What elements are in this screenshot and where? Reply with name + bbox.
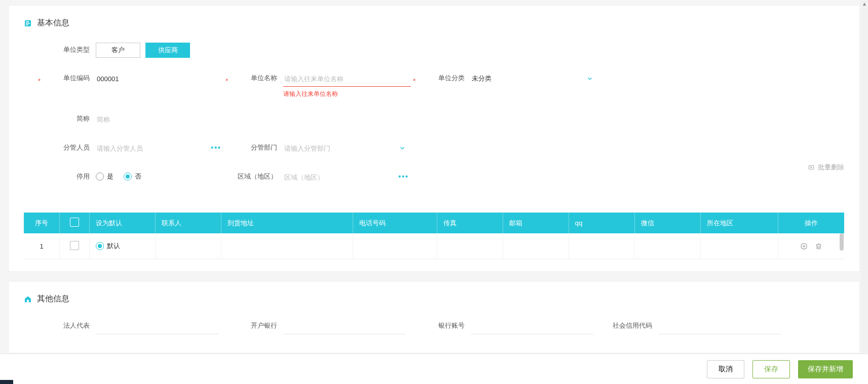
basic-info-card: 基本信息 单位类型 客户 供应商 — [8, 5, 860, 272]
save-button[interactable]: 保存 — [752, 360, 790, 378]
cell-region[interactable] — [700, 233, 778, 259]
row-checkbox[interactable] — [70, 241, 79, 250]
manager-input[interactable] — [96, 141, 223, 156]
basic-info-title: 基本信息 — [24, 18, 844, 28]
bottom-strip — [0, 380, 13, 384]
svg-rect-2 — [26, 23, 30, 24]
cell-mail[interactable] — [503, 233, 569, 259]
legal-rep-input[interactable] — [96, 319, 218, 334]
unit-type-supplier-button[interactable]: 供应商 — [145, 43, 190, 58]
disable-yes-label: 是 — [107, 172, 114, 181]
other-info-card: 其他信息 法人代表 开户银行 银行账号 社会信用代码 — [8, 281, 860, 353]
manager-label: 分管人员 — [39, 141, 96, 155]
unit-code-label: 单位编码 — [39, 71, 96, 85]
credit-code-label: 社会信用代码 — [601, 319, 658, 333]
table-row[interactable]: 1 默认 — [24, 233, 844, 259]
col-tel: 电话号码 — [353, 213, 437, 233]
cell-wechat[interactable] — [634, 233, 700, 259]
short-name-label: 简称 — [39, 112, 96, 126]
cell-address[interactable] — [221, 233, 353, 259]
scroll-up-icon[interactable]: ▲ — [861, 0, 868, 7]
cell-contact[interactable] — [156, 233, 221, 259]
svg-rect-10 — [27, 300, 29, 302]
unit-category-select[interactable] — [471, 71, 598, 87]
account-input[interactable] — [471, 319, 593, 334]
contact-table: 序号 设为默认 联系人 到货地址 电话号码 传真 邮箱 qq 微信 所在地区 操… — [24, 213, 844, 233]
table-scrollbar-thumb[interactable] — [840, 233, 844, 251]
col-set-default: 设为默认 — [90, 213, 156, 233]
row-default-radio[interactable]: 默认 — [96, 241, 149, 251]
form-icon — [24, 19, 32, 27]
col-wechat: 微信 — [634, 213, 700, 233]
svg-rect-3 — [26, 24, 28, 25]
department-select[interactable] — [283, 141, 411, 156]
unit-type-label: 单位类型 — [39, 43, 96, 57]
row-default-label: 默认 — [107, 241, 120, 251]
chevron-down-icon[interactable] — [399, 145, 406, 153]
unit-name-error: 请输入往来单位名称 — [283, 90, 409, 98]
select-all-checkbox[interactable] — [70, 218, 79, 227]
disable-no-label: 否 — [135, 172, 141, 181]
col-contact: 联系人 — [156, 213, 221, 233]
bank-label: 开户银行 — [227, 319, 283, 333]
col-checkbox[interactable] — [60, 213, 90, 233]
account-label: 银行账号 — [414, 319, 471, 333]
unit-name-label: 单位名称 — [227, 71, 283, 85]
department-label: 分管部门 — [227, 141, 283, 155]
disable-no-radio[interactable]: 否 — [124, 172, 141, 181]
unit-type-customer-button[interactable]: 客户 — [96, 43, 140, 58]
bank-input[interactable] — [283, 319, 406, 334]
chevron-down-icon[interactable] — [586, 75, 593, 84]
disable-label: 停用 — [39, 169, 96, 184]
other-info-title: 其他信息 — [24, 294, 844, 304]
short-name-input[interactable] — [96, 112, 223, 127]
cell-fax[interactable] — [437, 233, 503, 259]
col-qq: qq — [569, 213, 634, 233]
col-operate: 操作 — [778, 213, 844, 233]
disable-yes-radio[interactable]: 是 — [96, 172, 114, 181]
cell-qq[interactable] — [569, 233, 634, 259]
region-label: 区域（地区） — [227, 169, 283, 184]
vertical-scrollbar-track[interactable]: ▲ — [861, 0, 868, 353]
col-fax: 传真 — [437, 213, 503, 233]
col-mail: 邮箱 — [503, 213, 569, 233]
unit-category-label: 单位分类 — [414, 71, 471, 85]
cancel-button[interactable]: 取消 — [707, 360, 744, 378]
col-index: 序号 — [24, 213, 60, 233]
unit-code-input[interactable] — [96, 71, 223, 87]
home-icon — [24, 295, 32, 303]
legal-rep-label: 法人代表 — [39, 319, 96, 333]
svg-rect-1 — [26, 21, 29, 22]
basic-info-title-text: 基本信息 — [37, 18, 69, 28]
unit-name-input[interactable] — [283, 71, 411, 87]
more-icon[interactable]: ••• — [211, 144, 221, 152]
row-index: 1 — [24, 233, 60, 259]
credit-code-input[interactable] — [658, 319, 781, 334]
delete-row-button[interactable] — [815, 242, 822, 250]
save-and-new-button[interactable]: 保存并新增 — [798, 360, 853, 378]
other-info-title-text: 其他信息 — [37, 294, 69, 304]
batch-delete-button[interactable]: 批量删除 — [808, 163, 844, 172]
col-address: 到货地址 — [221, 213, 353, 233]
footer-bar: 取消 保存 保存并新增 — [0, 354, 868, 384]
batch-delete-label: 批量删除 — [818, 163, 844, 172]
region-input[interactable] — [283, 169, 411, 185]
add-row-button[interactable] — [800, 242, 808, 250]
more-icon[interactable]: ••• — [398, 172, 409, 181]
col-region: 所在地区 — [700, 213, 778, 233]
cell-tel[interactable] — [353, 233, 437, 259]
